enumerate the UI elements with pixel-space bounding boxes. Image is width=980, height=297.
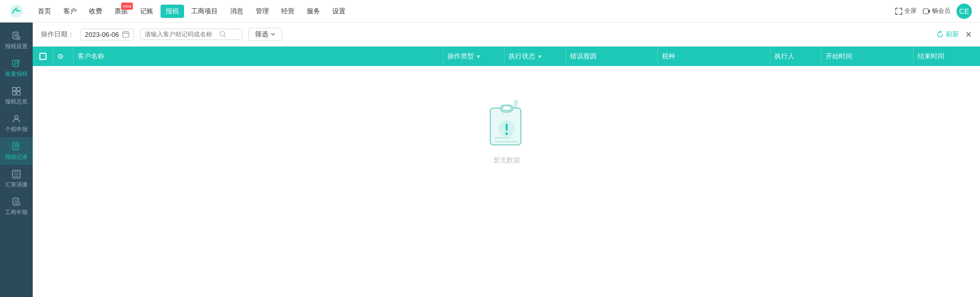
svg-rect-6 (13, 88, 16, 91)
nav-tax[interactable]: 报税 (161, 5, 184, 18)
search-icon (219, 31, 226, 38)
date-label: 操作日期： (41, 30, 74, 39)
filter-label: 筛选 (255, 30, 268, 39)
nav-message[interactable]: 消息 (225, 5, 248, 18)
svg-rect-2 (923, 9, 928, 14)
member-btn[interactable]: 畅会员 (923, 7, 950, 15)
nav-billing[interactable]: 收费 (84, 5, 107, 18)
date-picker[interactable]: 2023-06-06 (80, 29, 134, 40)
svg-point-24 (505, 133, 508, 135)
annual-report-icon (11, 197, 21, 207)
tax-settings-icon (11, 31, 21, 41)
nav-customer[interactable]: 客户 (58, 5, 82, 18)
sidebar-label-annual-report: 工商年报 (5, 208, 28, 216)
fullscreen-label: 全屏 (904, 7, 917, 15)
th-executor: 执行人 (770, 47, 822, 66)
svg-rect-15 (123, 32, 129, 37)
th-exec-status[interactable]: 执行状态 ▼ (505, 47, 566, 66)
member-label: 畅会员 (932, 7, 950, 15)
th-customer: 客户名称 (74, 47, 443, 66)
main-content: 操作日期： 2023-06-06 筛选 (33, 23, 980, 297)
sidebar-item-tax-settings[interactable]: 报税设置 (0, 27, 33, 54)
toolbar: 操作日期： 2023-06-06 筛选 (33, 23, 980, 47)
avatar[interactable]: CE (956, 4, 972, 19)
batch-tax-icon (11, 58, 21, 69)
toolbar-right: 刷新 ✕ (937, 30, 972, 39)
tax-records-icon (11, 141, 21, 152)
th-tax-type: 税种 (658, 47, 770, 66)
sidebar: 报税设置 批量报税 报税总览 (0, 23, 33, 297)
fullscreen-icon (895, 8, 902, 15)
refresh-button[interactable]: 刷新 (937, 30, 959, 39)
refresh-icon (937, 31, 944, 38)
nav-finance[interactable]: 经营 (276, 5, 300, 18)
empty-illustration (481, 97, 532, 156)
fullscreen-btn[interactable]: 全屏 (895, 7, 917, 15)
sidebar-item-batch-tax[interactable]: 批量报税 (0, 54, 33, 82)
empty-state: 暂无数据 (33, 66, 980, 196)
refresh-label: 刷新 (946, 30, 959, 39)
sort-icon-op-type: ▼ (476, 54, 481, 59)
header-checkbox[interactable] (39, 53, 47, 60)
new-badge: new (121, 3, 133, 10)
settings-icon[interactable]: ⚙ (57, 52, 64, 60)
top-nav: 首页 客户 收费 票据 new 记账 报税 工商项目 消息 管理 经营 服务 设… (0, 0, 980, 23)
app-logo[interactable] (8, 3, 25, 19)
sidebar-item-calculation[interactable]: 汇算清缴 (0, 165, 33, 193)
nav-invoice[interactable]: 票据 new (109, 5, 133, 18)
svg-point-1 (15, 7, 17, 10)
table-header: ⚙ 客户名称 操作类型 ▼ 执行状态 ▼ 错误股因 税种 (33, 47, 980, 66)
nav-items: 首页 客户 收费 票据 new 记账 报税 工商项目 消息 管理 经营 服务 设… (33, 5, 895, 18)
date-value: 2023-06-06 (85, 31, 119, 38)
tax-overview-icon (11, 86, 21, 96)
sidebar-item-personal-tax[interactable]: 个税申报 (0, 110, 33, 137)
search-box[interactable] (140, 29, 242, 40)
nav-business[interactable]: 工商项目 (186, 5, 223, 18)
nav-home[interactable]: 首页 (33, 5, 56, 18)
svg-rect-21 (503, 106, 511, 110)
sidebar-label-tax-settings: 报税设置 (5, 43, 28, 50)
calendar-icon (122, 31, 129, 38)
nav-service[interactable]: 服务 (302, 5, 325, 18)
main-layout: 报税设置 批量报税 报税总览 (0, 23, 980, 297)
sidebar-item-annual-report[interactable]: 工商年报 (0, 193, 33, 220)
search-input[interactable] (145, 31, 216, 38)
sidebar-label-tax-overview: 报税总览 (5, 98, 28, 105)
th-settings[interactable]: ⚙ (53, 47, 74, 66)
sidebar-item-tax-records[interactable]: 报税记录 (0, 137, 33, 165)
sidebar-label-tax-records: 报税记录 (5, 153, 28, 161)
sidebar-item-tax-overview[interactable]: 报税总览 (0, 82, 33, 110)
nav-right: 全屏 畅会员 CE (895, 4, 972, 19)
svg-rect-23 (506, 123, 508, 131)
empty-text: 暂无数据 (493, 156, 520, 165)
avatar-text: CE (959, 7, 969, 15)
sidebar-label-calculation: 汇算清缴 (5, 181, 28, 188)
close-button[interactable]: ✕ (965, 30, 972, 39)
th-error-reason: 错误股因 (566, 47, 658, 66)
personal-tax-icon (11, 114, 21, 124)
sidebar-label-personal-tax: 个税申报 (5, 125, 28, 133)
table-container: ⚙ 客户名称 操作类型 ▼ 执行状态 ▼ 错误股因 税种 (33, 47, 980, 297)
nav-settings[interactable]: 设置 (327, 5, 351, 18)
calculation-icon (11, 169, 21, 179)
th-checkbox[interactable] (33, 47, 53, 66)
sidebar-label-batch-tax: 批量报税 (5, 70, 28, 78)
nav-management[interactable]: 管理 (250, 5, 274, 18)
svg-rect-8 (13, 92, 16, 95)
video-icon (923, 8, 930, 15)
sort-icon-exec-status: ▼ (537, 54, 542, 59)
svg-point-10 (15, 115, 18, 119)
chevron-down-icon (270, 32, 276, 37)
svg-rect-7 (17, 88, 20, 91)
th-op-type[interactable]: 操作类型 ▼ (443, 47, 505, 66)
svg-point-0 (10, 4, 23, 17)
filter-button[interactable]: 筛选 (248, 28, 282, 41)
svg-rect-9 (17, 92, 20, 95)
th-start-time: 开始时间 (822, 47, 914, 66)
th-end-time: 结束时间 (914, 47, 980, 66)
nav-account[interactable]: 记账 (135, 5, 158, 18)
